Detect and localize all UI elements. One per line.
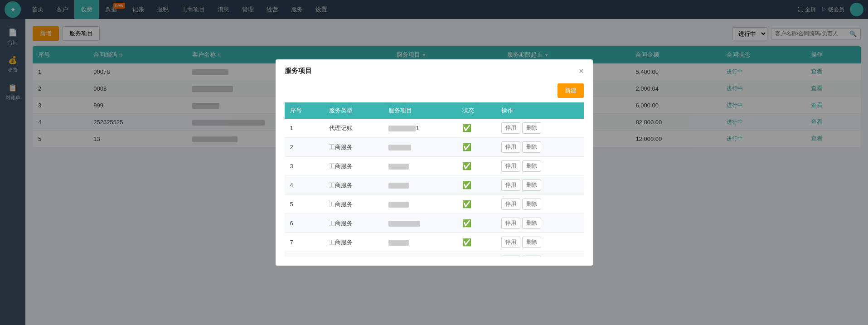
modal-cell-seq: 1 (285, 119, 324, 138)
modal-table-row: 7 工商服务 ✅ 停用 删除 (285, 233, 584, 252)
modal-cell-action[interactable]: 停用 删除 (496, 195, 583, 214)
modal-cell-type: 工商服务 (324, 157, 383, 176)
delete-button[interactable]: 删除 (522, 160, 541, 172)
modal-cell-item (383, 157, 457, 176)
modal-cell-item (383, 195, 457, 214)
stop-button[interactable]: 停用 (501, 160, 520, 172)
delete-button[interactable]: 删除 (522, 256, 541, 257)
modal-cell-status: ✅ (457, 252, 496, 257)
modal-cell-item (383, 233, 457, 252)
stop-button[interactable]: 停用 (501, 179, 520, 191)
modal-cell-action[interactable]: 停用 删除 (496, 214, 583, 233)
modal-table-row: 8 工商服务 注册 ✅ 停用 删除 (285, 252, 584, 257)
modal-toolbar: 新建 (285, 83, 584, 98)
modal-cell-type: 代理记账 (324, 119, 383, 138)
modal-cell-seq: 7 (285, 233, 324, 252)
modal-cell-seq: 3 (285, 157, 324, 176)
modal-cell-seq: 2 (285, 138, 324, 157)
modal-cell-status: ✅ (457, 119, 496, 138)
delete-button[interactable]: 删除 (522, 237, 541, 248)
modal-table-row: 2 工商服务 ✅ 停用 删除 (285, 138, 584, 157)
modal-cell-seq: 6 (285, 214, 324, 233)
modal-cell-type: 工商服务 (324, 252, 383, 257)
modal-cell-action[interactable]: 停用 删除 (496, 176, 583, 195)
modal-cell-status: ✅ (457, 176, 496, 195)
modal-table-row: 5 工商服务 ✅ 停用 删除 (285, 195, 584, 214)
modal-cell-item (383, 138, 457, 157)
modal-cell-type: 工商服务 (324, 195, 383, 214)
stop-button[interactable]: 停用 (501, 141, 520, 153)
modal-cell-item (383, 176, 457, 195)
modal-cell-type: 工商服务 (324, 214, 383, 233)
modal-cell-action[interactable]: 停用 删除 (496, 157, 583, 176)
modal-cell-seq: 5 (285, 195, 324, 214)
modal-cell-item: 注册 (383, 252, 457, 257)
modal-body: 新建 序号 服务类型 服务项目 状态 操作 1 代理记账 (276, 79, 593, 266)
modal-th-item: 服务项目 (383, 102, 457, 119)
modal-th-action: 操作 (496, 102, 583, 119)
modal-cell-status: ✅ (457, 138, 496, 157)
delete-button[interactable]: 删除 (522, 141, 541, 153)
modal-cell-action[interactable]: 停用 删除 (496, 119, 583, 138)
delete-button[interactable]: 删除 (522, 218, 541, 229)
delete-button[interactable]: 删除 (522, 199, 541, 210)
modal-cell-action[interactable]: 停用 删除 (496, 138, 583, 157)
modal-header-row: 序号 服务类型 服务项目 状态 操作 (285, 102, 584, 119)
modal-table-row: 6 工商服务 ✅ 停用 删除 (285, 214, 584, 233)
stop-button[interactable]: 停用 (501, 218, 520, 229)
modal-title: 服务项目 (285, 67, 312, 75)
stop-button[interactable]: 停用 (501, 199, 520, 210)
modal-new-button[interactable]: 新建 (558, 83, 584, 98)
modal-cell-seq: 4 (285, 176, 324, 195)
stop-button[interactable]: 停用 (501, 237, 520, 248)
modal-table-row: 3 工商服务 ✅ 停用 删除 (285, 157, 584, 176)
delete-button[interactable]: 删除 (522, 122, 541, 134)
modal-cell-status: ✅ (457, 214, 496, 233)
modal-cell-status: ✅ (457, 195, 496, 214)
modal-cell-type: 工商服务 (324, 176, 383, 195)
modal-table-row: 1 代理记账 1 ✅ 停用 删除 (285, 119, 584, 138)
modal-overlay[interactable]: 服务项目 × 新建 序号 服务类型 服务项目 状态 操作 (0, 0, 868, 325)
modal-th-status: 状态 (457, 102, 496, 119)
stop-button[interactable]: 停用 (501, 256, 520, 257)
modal-cell-type: 工商服务 (324, 138, 383, 157)
modal-th-type: 服务类型 (324, 102, 383, 119)
modal-close-button[interactable]: × (579, 67, 584, 75)
modal-cell-action[interactable]: 停用 删除 (496, 252, 583, 257)
modal-scroll-wrap[interactable]: 序号 服务类型 服务项目 状态 操作 1 代理记账 1 ✅ 停用 删除 2 工商… (285, 102, 584, 257)
modal-cell-item (383, 214, 457, 233)
modal-header: 服务项目 × (276, 59, 593, 79)
stop-button[interactable]: 停用 (501, 122, 520, 134)
modal-cell-status: ✅ (457, 157, 496, 176)
modal-cell-item: 1 (383, 119, 457, 138)
modal-table-row: 4 工商服务 ✅ 停用 删除 (285, 176, 584, 195)
service-modal: 服务项目 × 新建 序号 服务类型 服务项目 状态 操作 (276, 59, 593, 266)
delete-button[interactable]: 删除 (522, 179, 541, 191)
modal-cell-action[interactable]: 停用 删除 (496, 233, 583, 252)
modal-cell-status: ✅ (457, 233, 496, 252)
modal-cell-seq: 8 (285, 252, 324, 257)
modal-cell-type: 工商服务 (324, 233, 383, 252)
modal-table: 序号 服务类型 服务项目 状态 操作 1 代理记账 1 ✅ 停用 删除 2 工商… (285, 102, 584, 257)
modal-th-seq: 序号 (285, 102, 324, 119)
